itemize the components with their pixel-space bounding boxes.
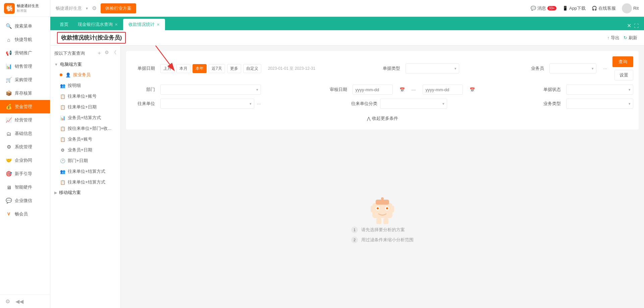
panel-item-by-salesman[interactable]: 👤 按业务员 [50,69,120,80]
tab-home[interactable]: 首页 [56,19,72,30]
sidebar-item-corp[interactable]: 🤝 企业协同 [0,154,50,167]
date-range-display: 2023-01-01 至 2023-12-31 [268,66,315,71]
user-item[interactable]: Rit [622,3,639,13]
audit-date-start-calendar-icon[interactable]: 📅 [399,87,405,92]
notification-badge: 99+ [547,6,556,10]
date-btn-more[interactable]: 更多 [227,64,241,73]
notification-icon: 💬 [531,6,536,11]
page-header: 收款情况统计(按业务员) ↑ 导出 ↻ 刷新 [50,30,644,46]
panel-section-desktop-header[interactable]: ▼ 电脑端方案 [50,59,120,69]
refresh-button[interactable]: ↻ 刷新 [624,35,637,41]
sidebar-item-member[interactable]: V 畅会员 [0,207,50,221]
page-title: 收款情况统计(按业务员) [61,35,122,41]
tab-bank-close-icon[interactable]: ✕ [115,22,118,27]
audit-date-start-input[interactable] [353,85,393,95]
online-service-item[interactable]: 🎧 在线客服 [592,5,616,11]
sidebar-item-guide-label: 新手引导 [15,171,32,177]
logo-edition: 标准版 [17,8,39,13]
scheme-settings-icon[interactable]: ⚙ [105,50,109,57]
sidebar-item-marketing[interactable]: 📢 营销推广 [0,46,50,60]
panel-item-unit-settle1[interactable]: 👥 往来单位+结算方式 [50,166,120,177]
panel-item-unit-account[interactable]: 📋 往来单位+账号 [50,91,120,102]
audit-date-end-input[interactable] [423,85,463,95]
sidebar-item-quicknav-label: 快捷导航 [15,37,32,43]
user-name: Rit [633,6,639,11]
filter-area: 单据日期 上月 本月 本年 近7天 更多 自定义 2023-01-01 至 20… [126,51,639,130]
sidebar-item-sales-label: 销售管理 [15,63,32,69]
date-btn-last-month[interactable]: 上月 [160,64,174,73]
counterpart-class-select[interactable] [380,99,447,109]
audit-date-end-calendar-icon[interactable]: 📅 [470,87,475,92]
panel-item-unit-settle2[interactable]: 📋 往来单位+结算方式 [50,177,120,188]
sidebar-item-search[interactable]: 🔍 搜索菜单 [0,19,50,33]
left-panel-actions: ＋ ⚙ 《 [97,50,116,57]
doc-type-label: 单据类型 [377,65,400,71]
date-btn-custom[interactable]: 自定义 [243,64,261,73]
tab-receipt-close-icon[interactable]: ✕ [157,22,160,27]
collapse-more-button[interactable]: ⋀ 收起更多条件 [131,113,633,124]
settings-icon[interactable]: ⚙ [5,298,10,305]
date-btn-this-year[interactable]: 本年 [193,64,207,73]
sidebar-item-finance[interactable]: 💰 资金管理 [0,100,50,113]
panel-item-salesman-date-label: 业务员+日期 [68,147,92,153]
collapse-sidebar-icon[interactable]: ◀◀ [15,298,23,305]
export-label: 导出 [611,35,620,41]
sidebar-item-sales[interactable]: 📊 销售管理 [0,60,50,73]
sidebar-item-finance-label: 资金管理 [15,104,32,110]
sidebar-item-system[interactable]: ⚙ 系统管理 [0,140,50,154]
doc-type-select[interactable] [406,63,459,73]
close-window-icon[interactable]: ✕ [627,22,631,29]
sidebar-item-inventory[interactable]: 📦 库存核算 [0,87,50,100]
breadcrumb-dropdown-icon[interactable]: ▾ [86,6,88,11]
salesman-more-icon[interactable]: ··· [603,66,607,71]
basic-icon: 🗂 [5,130,12,137]
panel-item-dept-date[interactable]: 🕐 部门+日期 [50,155,120,166]
salesman-select[interactable] [549,63,596,73]
add-scheme-icon[interactable]: ＋ [97,50,102,57]
panel-item-salesman-settle[interactable]: 📊 业务员+结算方式 [50,112,120,123]
salesman-date-icon: ⚙ [60,147,66,153]
step-num-1: 1 [351,226,358,233]
notification-item[interactable]: 💬 消息 99+ [531,5,556,11]
tabbar: 首页 现金银行流水查询 ✕ 收款情况统计 ✕ ✕ ⛶ [50,17,644,30]
maximize-icon[interactable]: ⛶ [634,23,639,29]
panel-item-unit-dept-receipt[interactable]: 📋 按往来单位+部门+收... [50,123,120,134]
sidebar-item-basic[interactable]: 🗂 基础信息 [0,127,50,140]
date-btn-this-month[interactable]: 本月 [176,64,191,73]
export-button[interactable]: ↑ 导出 [607,35,620,41]
panel-item-by-detail[interactable]: 👥 按明细 [50,80,120,91]
app-download-item[interactable]: 📱 App下载 [562,5,586,11]
counterpart-more-icon[interactable]: ··· [257,101,261,106]
tab-bank[interactable]: 现金银行流水查询 ✕ [72,19,123,30]
tab-receipt[interactable]: 收款情况统计 ✕ [123,19,165,30]
operation-icon: 📈 [5,117,12,123]
panel-section-mobile-header[interactable]: ▶ 移动端方案 [50,188,120,198]
dept-select[interactable] [160,85,261,95]
setting-button[interactable]: 设置 [614,70,633,81]
sidebar-item-purchase[interactable]: 🛒 采购管理 [0,73,50,87]
panel-item-unit-date[interactable]: 📋 往来单位+日期 [50,102,120,112]
doc-status-label: 单据状态 [537,87,561,93]
counterpart-select[interactable] [160,99,254,109]
sidebar-item-hardware[interactable]: 🖥 智能硬件 [0,181,50,194]
svg-rect-11 [376,218,381,224]
query-button[interactable]: 查询 [612,56,633,67]
topbar-gear-icon[interactable]: ⚙ [92,5,97,11]
collapse-panel-icon[interactable]: 《 [112,50,116,57]
content-area: 按以下方案查询 ＋ ⚙ 《 ▼ 电脑端方案 👤 按业务员 [50,46,644,308]
sidebar-item-quicknav[interactable]: ⌂ 快捷导航 [0,33,50,46]
biz-type-select[interactable] [566,99,633,109]
left-panel: 按以下方案查询 ＋ ⚙ 《 ▼ 电脑端方案 👤 按业务员 [50,46,121,308]
app-download-icon: 📱 [562,6,568,11]
sidebar-item-wechat[interactable]: 💬 企业微信 [0,194,50,207]
sidebar-item-guide[interactable]: 🎯 新手引导 [0,167,50,181]
sidebar-item-operation[interactable]: 📈 经营管理 [0,113,50,127]
date-btn-7days[interactable]: 近7天 [209,64,225,73]
doc-status-select[interactable] [566,85,633,95]
panel-item-unit-settle1-label: 往来单位+结算方式 [68,168,105,174]
counterpart-label: 往来单位 [131,101,155,107]
breadcrumb: 畅捷通好生意 [56,5,82,11]
trial-button[interactable]: 体验行业方案 [101,3,136,13]
panel-item-salesman-date[interactable]: ⚙ 业务员+日期 [50,145,120,155]
panel-item-salesman-account[interactable]: 📋 业务员+账号 [50,134,120,145]
